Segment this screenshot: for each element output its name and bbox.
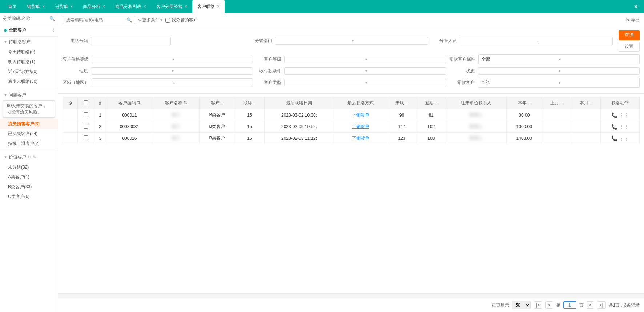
last-page-button[interactable]: >| [597,301,606,309]
close-analysis-list-tab[interactable]: × [144,4,146,9]
tab-analysis-list[interactable]: 商品分析列表 × [110,0,151,13]
col-settings[interactable]: ⚙ [63,97,78,109]
contact-icon-2[interactable]: 📞 [611,135,617,141]
group-pending-contact[interactable]: ▼ 待联络客户 [0,37,58,47]
tab-home[interactable]: 首页 [3,0,22,13]
more-conditions-btn[interactable]: ▽ 更多条件 ▾ [138,17,162,23]
close-customer-segment-tab[interactable]: × [185,4,187,9]
person-select[interactable]: ··· [460,37,613,45]
sidebar-item-class-b[interactable]: B类客户(33) [0,182,58,192]
sidebar-item-declining[interactable]: 持续下滑客户(2) [0,139,58,149]
all-customers-header[interactable]: ⊞ 全部客户 《 [0,24,58,37]
row-code-0: 000011 [106,109,153,121]
status-select[interactable]: ▾ [478,67,640,75]
region-select[interactable]: ··· [92,78,253,87]
row-last-way-0[interactable]: 下销货单 [334,109,387,121]
row-checkbox-1[interactable] [78,121,94,133]
sidebar-search-input[interactable] [3,16,48,21]
sidebar-item-unassigned[interactable]: 未分组(32) [0,162,58,172]
my-customers-check[interactable] [165,18,170,23]
table-row: 3 000026 张三 B类客户 15 2023-02-03 11:12: 下销… [63,133,640,144]
close-sales-tab[interactable]: × [42,4,45,9]
gender-select[interactable]: ▾ [91,67,253,75]
sidebar-item-today[interactable]: 今天待联络(0) [0,47,58,57]
person-select-dots[interactable]: ··· [537,39,609,44]
first-page-button[interactable]: |< [534,301,542,309]
row-type-2: B类客户 [199,133,235,144]
more-icon-1[interactable]: ⋮⋮ [619,124,629,130]
row-check-2[interactable] [84,135,88,140]
col-code[interactable]: 客户编码 ⇅ [106,97,153,109]
close-analysis-tab[interactable]: × [102,4,105,9]
group-problem-customers[interactable]: ▼ 问题客户 [0,90,58,100]
row-check-0[interactable] [84,112,88,117]
sidebar-item-churned[interactable]: 已流失客户(24) [0,129,58,139]
customer-type-select[interactable]: ▾ [284,79,446,86]
dept-select[interactable]: ▾ [275,37,428,45]
my-customers-checkbox[interactable]: 我分管的客户 [165,17,198,23]
row-last-way-1[interactable]: 下销货单 [334,121,387,133]
refresh-icon[interactable]: ↻ [28,155,31,160]
row-unit-contact-0: 联系人 [446,109,507,121]
page-number-input[interactable] [563,301,576,309]
tab-purchase[interactable]: 进货单 × [50,0,78,13]
phone-input[interactable] [91,37,171,45]
content-area: 🔍 ▽ 更多条件 ▾ 我分管的客户 ↻ 导出 电话号码 [58,13,644,312]
sidebar-item-churn-warning[interactable]: 流失预警客户(3) [0,119,58,129]
export-button[interactable]: ↻ 导出 [626,17,640,23]
payment-select[interactable]: ▾ [284,67,446,75]
row-index-0: 1 [94,109,106,121]
filter-field-payment: 收付款条件 ▾ [256,67,446,75]
horizontal-scrollbar[interactable] [58,293,644,298]
settings-icon[interactable]: ⚙ [68,101,72,106]
prev-page-button[interactable]: < [545,301,553,309]
tab-customer-segment[interactable]: 客户分层经营 × [151,0,192,13]
group-value-customers[interactable]: ▼ 价值客户 ↻ ✎ [0,152,58,162]
table-row: 2 00030031 张三 B类客户 15 2023-02-09 19:52: … [63,121,640,133]
sidebar-item-tomorrow[interactable]: 明天待联络(1) [0,57,58,67]
sidebar-item-class-c[interactable]: C类客户(6) [0,192,58,202]
sidebar-item-overdue[interactable]: 逾期未联络(30) [0,77,58,86]
row-last-month-0 [542,109,571,121]
filter-search-input[interactable] [66,17,126,23]
sidebar-item-class-a[interactable]: A类客户(1) [0,172,58,182]
tab-analysis[interactable]: 商品分析 × [78,0,110,13]
table-header-row: ⚙ # 客户编码 ⇅ 客户名称 ⇅ 客户... 联络... 最后联络日期 最后联… [63,97,640,109]
settings-button[interactable]: 设置 [619,42,640,52]
problem-tooltip: 90天未交易的客户，可能有流失风险。 [3,100,55,118]
row-checkbox-2[interactable] [78,133,94,144]
row-check-1[interactable] [84,124,88,129]
col-name[interactable]: 客户名称 ⇅ [153,97,199,109]
tab-sales[interactable]: 销货单 × [22,0,50,13]
row-last-date-2: 2023-02-03 11:12: [264,133,334,144]
page-size-select[interactable]: 50 100 200 [512,301,531,309]
close-customer-contact-tab[interactable]: × [217,4,220,9]
region-dots[interactable]: ··· [173,80,250,85]
next-page-button[interactable]: > [587,301,594,309]
tab-customer-contact[interactable]: 客户联络 × [192,0,225,13]
top-tabbar: 首页 销货单 × 进货单 × 商品分析 × 商品分析列表 × 客户分层经营 × … [0,0,644,13]
row-checkbox-0[interactable] [78,109,94,121]
filter-search-icon[interactable]: 🔍 [126,17,132,23]
price-level-select[interactable]: ▾ [92,56,253,63]
query-button[interactable]: 查询 [619,30,640,40]
more-icon-2[interactable]: ⋮⋮ [619,135,629,141]
edit-icon[interactable]: ✎ [33,155,36,160]
app-close-button[interactable]: ✕ [631,3,641,10]
contact-icon-1[interactable]: 📞 [611,124,617,130]
row-current-month-1 [571,121,601,133]
row-last-way-2[interactable]: 下销货单 [334,133,387,144]
row-last-month-2 [542,133,571,144]
sidebar-search-icon: 🔍 [49,16,55,21]
zero-customer-select[interactable]: 全部 ▾ [478,78,640,88]
sidebar-item-7days[interactable]: 近7天待联络(0) [0,67,58,77]
more-icon-0[interactable]: ⋮⋮ [619,112,629,118]
select-all-checkbox[interactable] [84,100,88,105]
customer-level-select[interactable]: ▾ [284,56,446,63]
close-purchase-tab[interactable]: × [70,4,73,9]
filter-row-1: 电话号码 分管部门 ▾ 分管人员 ··· [63,30,640,52]
zero-attr-select[interactable]: 全部 ▾ [478,54,640,64]
chevron-down-icon: ▾ [160,17,162,23]
filter-field-zero-customer: 零款客户 全部 ▾ [449,78,640,88]
contact-icon-0[interactable]: 📞 [611,112,617,118]
